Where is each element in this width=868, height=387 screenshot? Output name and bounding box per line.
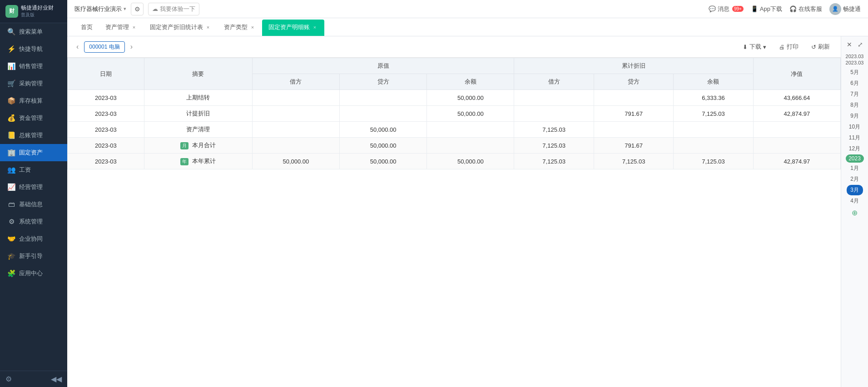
table-row-month-total: 2023-03 月 本月合计 50,000.00 7,125.03 791.67 <box>68 138 841 154</box>
tab-home[interactable]: 首页 <box>74 20 99 36</box>
tab-asset-type[interactable]: 资产类型 × <box>218 20 262 36</box>
sidebar-item-inventory[interactable]: 📦 库存核算 <box>0 92 67 109</box>
col-header-date: 日期 <box>68 58 144 90</box>
cell-accum-credit <box>594 90 673 106</box>
col-header-accumulated-depreciation: 累计折旧 <box>514 58 753 74</box>
panel-expand-button[interactable]: ⤢ <box>856 40 865 49</box>
cell-net-value: 42,874.97 <box>753 154 840 169</box>
sidebar-item-fixed-assets[interactable]: 🏢 固定资产 <box>0 144 67 161</box>
avatar: 👤 <box>829 3 841 15</box>
sidebar-item-collaboration[interactable]: 🤝 企业协同 <box>0 230 67 248</box>
table-toolbar: ‹ 000001 电脑 › ⬇ 下载 ▾ 🖨 打印 ↺ <box>67 36 841 58</box>
cell-orig-debit <box>252 138 339 154</box>
sidebar-item-basic-info[interactable]: 🗃 基础信息 <box>0 196 67 213</box>
settings-bottom-icon[interactable]: ⚙ <box>5 375 12 383</box>
timeline-scroll-down-button[interactable]: ⊕ <box>852 208 858 217</box>
asset-code-tag: 000001 电脑 <box>84 41 124 53</box>
cell-orig-credit: 50,000.00 <box>340 138 427 154</box>
nav-prev-button[interactable]: ‹ <box>74 42 80 52</box>
timeline-month-1[interactable]: 1月 <box>841 163 868 174</box>
customer-service-button[interactable]: 🎧 在线客服 <box>789 5 822 13</box>
cell-net-value <box>753 138 840 154</box>
cell-orig-balance: 50,000.00 <box>427 106 514 122</box>
tab-fixed-asset-detail[interactable]: 固定资产明细账 × <box>262 20 324 36</box>
toolbar-actions: ⬇ 下载 ▾ 🖨 打印 ↺ 刷新 <box>739 41 833 53</box>
sidebar-item-ledger[interactable]: 📒 总账管理 <box>0 127 67 144</box>
sidebar-item-apps[interactable]: 🧩 应用中心 <box>0 265 67 282</box>
cell-summary: 资产清理 <box>144 122 252 138</box>
cell-orig-credit <box>340 106 427 122</box>
tab-close-asset-management[interactable]: × <box>131 24 137 30</box>
topbar-settings-button[interactable]: ⚙ <box>131 3 144 15</box>
sidebar-item-sales[interactable]: 📊 销售管理 <box>0 58 67 75</box>
tabbar: 首页 资产管理 × 固定资产折旧统计表 × 资产类型 × 固定资产明细账 × <box>67 18 868 36</box>
tab-close-fixed-asset-detail[interactable]: × <box>312 24 318 30</box>
app-download-button[interactable]: 📱 App下载 <box>751 5 782 13</box>
search-icon: 🔍 <box>7 28 15 36</box>
panel-toggle-button[interactable]: › <box>841 203 841 221</box>
sidebar-item-search[interactable]: 🔍 搜索菜单 <box>0 23 67 40</box>
experience-button[interactable]: ☁ 我要体验一下 <box>148 3 199 15</box>
print-button[interactable]: 🖨 打印 <box>775 41 802 53</box>
panel-close-button[interactable]: ✕ <box>845 40 854 49</box>
sidebar-item-system[interactable]: ⚙ 系统管理 <box>0 213 67 230</box>
topbar: 医疗器械行业演示 ▾ ⚙ ☁ 我要体验一下 💬 消息 99+ 📱 App下载 🎧… <box>67 0 868 18</box>
timeline-month-2[interactable]: 2月 <box>841 174 868 184</box>
main-content: 医疗器械行业演示 ▾ ⚙ ☁ 我要体验一下 💬 消息 99+ 📱 App下载 🎧… <box>67 0 868 387</box>
cell-orig-credit: 50,000.00 <box>340 122 427 138</box>
tab-asset-management[interactable]: 资产管理 × <box>99 20 144 36</box>
refresh-button[interactable]: ↺ 刷新 <box>808 41 833 53</box>
nav-next-button[interactable]: › <box>129 42 134 52</box>
cell-accum-debit <box>514 90 594 106</box>
timeline-month-4[interactable]: 4月 <box>841 196 868 206</box>
sidebar-bottom: ⚙ ◀◀ <box>0 371 67 387</box>
col-header-orig-balance: 余额 <box>427 74 514 90</box>
sidebar-item-quicknav[interactable]: ⚡ 快捷导航 <box>0 40 67 58</box>
col-header-accum-balance: 余额 <box>674 74 753 90</box>
cell-date: 2023-03 <box>68 90 144 106</box>
cell-accum-debit <box>514 106 594 122</box>
cell-accum-debit: 7,125.03 <box>514 154 594 169</box>
cell-orig-debit <box>252 90 339 106</box>
timeline-month-9[interactable]: 9月 <box>841 111 868 121</box>
table-area: ‹ 000001 电脑 › ⬇ 下载 ▾ 🖨 打印 ↺ <box>67 36 841 387</box>
system-icon: ⚙ <box>7 218 15 226</box>
cell-accum-credit: 7,125.03 <box>594 154 673 169</box>
timeline-month-8[interactable]: 8月 <box>841 100 868 110</box>
col-header-orig-debit: 借方 <box>252 74 339 90</box>
timeline-month-3-active[interactable]: 3月 <box>847 185 863 195</box>
cell-orig-balance <box>427 122 514 138</box>
sidebar-item-funds[interactable]: 💰 资金管理 <box>0 109 67 127</box>
tab-depreciation-stats[interactable]: 固定资产折旧统计表 × <box>144 20 218 36</box>
cell-summary: 月 本月合计 <box>144 138 252 154</box>
topbar-right: 💬 消息 99+ 📱 App下载 🎧 在线客服 👤 畅捷通 <box>709 3 861 15</box>
timeline-month-5[interactable]: 5月 <box>841 67 868 78</box>
company-selector[interactable]: 医疗器械行业演示 ▾ <box>74 5 126 13</box>
download-button[interactable]: ⬇ 下载 ▾ <box>739 41 770 53</box>
timeline-month-11[interactable]: 11月 <box>841 133 868 143</box>
download-dropdown-icon: ▾ <box>763 44 766 50</box>
sidebar-item-payroll[interactable]: 👥 工资 <box>0 161 67 179</box>
sidebar-item-purchase[interactable]: 🛒 采购管理 <box>0 75 67 92</box>
cell-date: 2023-03 <box>68 122 144 138</box>
timeline-month-6[interactable]: 6月 <box>841 78 868 89</box>
timeline-month-10[interactable]: 10月 <box>841 122 868 132</box>
timeline-month-12[interactable]: 12月 <box>841 144 868 154</box>
tab-close-asset-type[interactable]: × <box>249 24 256 30</box>
user-avatar-button[interactable]: 👤 畅捷通 <box>829 3 861 15</box>
cell-accum-credit: 791.67 <box>594 106 673 122</box>
cell-orig-credit <box>340 90 427 106</box>
sidebar-item-management[interactable]: 📈 经营管理 <box>0 179 67 196</box>
cell-accum-credit: 791.67 <box>594 138 673 154</box>
timeline-year-2023-badge[interactable]: 2023 <box>846 154 864 163</box>
tab-close-depreciation-stats[interactable]: × <box>205 24 211 30</box>
timeline-month-7[interactable]: 7月 <box>841 89 868 99</box>
year-total-icon: 年 <box>180 158 188 165</box>
sidebar-item-guide[interactable]: 🎓 新手引导 <box>0 248 67 265</box>
basic-info-icon: 🗃 <box>7 200 15 208</box>
cell-orig-balance: 50,000.00 <box>427 90 514 106</box>
service-icon: 🎧 <box>789 5 797 12</box>
cell-accum-balance: 7,125.03 <box>674 106 753 122</box>
messages-button[interactable]: 💬 消息 99+ <box>709 5 744 13</box>
collapse-icon[interactable]: ◀◀ <box>51 375 62 383</box>
